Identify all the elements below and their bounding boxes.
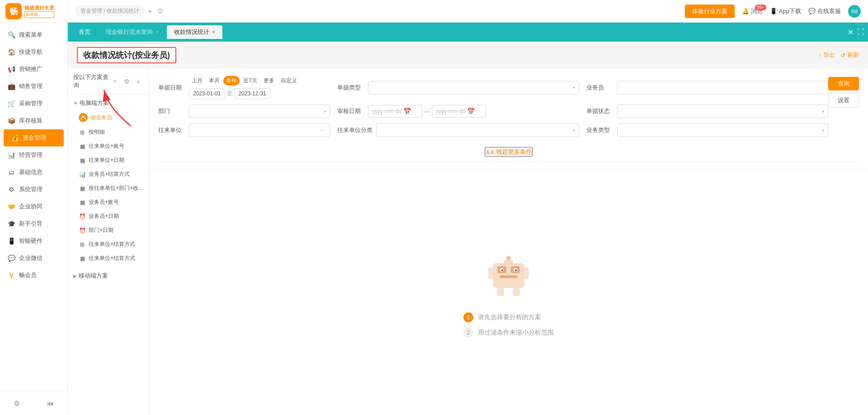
dept-filter-item: 部门 ▾ xyxy=(158,104,330,118)
menu-item-counterpart-date[interactable]: ▦ 往来单位+日期 xyxy=(68,153,149,167)
menu-item-counterpart-account[interactable]: ▦ 往来单位+账号 xyxy=(68,139,149,153)
collapse-panel-button[interactable]: « xyxy=(133,76,143,86)
menu-item-dept-date[interactable]: ⏰ 部门+日期 xyxy=(68,223,149,237)
logo-icon: 畅 xyxy=(5,3,22,19)
tab-collection[interactable]: 收款情况统计 × xyxy=(167,25,222,39)
home-icon: 🏠 xyxy=(7,48,15,56)
tab-bank-flow-close[interactable]: × xyxy=(156,29,159,35)
settings-button[interactable]: 设置 xyxy=(828,93,859,108)
sidebar-item-guide[interactable]: 🎓 新手引导 xyxy=(0,215,67,232)
desktop-section-header[interactable]: ▼ 电脑端方案 xyxy=(68,96,149,110)
export-button[interactable]: ↑ 导出 xyxy=(819,51,835,59)
export-icon: ↑ xyxy=(819,52,822,59)
sidebar-item-purchase[interactable]: 🛒 采购管理 xyxy=(0,95,67,112)
marketing-icon: 📢 xyxy=(7,65,15,73)
content-body: 按以下方案查询 ＋ ⚙ « xyxy=(68,69,868,415)
collapse-conditions-button[interactable]: ∧∧ 收起更多条件 xyxy=(485,147,533,157)
guide-icon: 🎓 xyxy=(7,220,15,228)
dept-label: 部门 xyxy=(158,107,185,115)
logo-text: 畅捷通好生意 标准版 xyxy=(24,5,54,18)
sidebar-item-basic-info[interactable]: 🗂 基础信息 xyxy=(0,164,67,181)
tab-home[interactable]: 首页 xyxy=(71,25,98,39)
empty-state: 1 请先选择要分析的方案 2 用过滤条件来缩小分析范围 xyxy=(149,170,868,415)
sidebar-item-system[interactable]: ⚙ 系统管理 xyxy=(0,181,67,198)
empty-steps: 1 请先选择要分析的方案 2 用过滤条件来缩小分析范围 xyxy=(463,312,554,338)
sidebar-item-search[interactable]: 🔍 搜索菜单 xyxy=(0,26,67,43)
sidebar-item-smart-hw[interactable]: 📱 智能硬件 xyxy=(0,232,67,250)
sidebar-item-inventory[interactable]: 📦 库存核算 xyxy=(0,112,67,129)
header-left: 资金管理 / 收款情况统计 ▾ ⚙ xyxy=(75,5,163,17)
date-tab-last-month[interactable]: 上月 xyxy=(189,76,205,85)
doc-status-filter-item: 单据状态 ▾ xyxy=(586,104,828,118)
page-header: 收款情况统计(按业务员) ↑ 导出 ↺ 刷新 xyxy=(68,42,868,69)
logo-area: 畅 畅捷通好生意 标准版 xyxy=(0,0,67,23)
tab-expand-icon[interactable]: ⛶ xyxy=(857,28,864,36)
member-icon: V xyxy=(7,271,15,279)
doc-type-select[interactable]: ▾ xyxy=(368,81,579,94)
settings-scheme-button[interactable]: ⚙ xyxy=(122,76,132,86)
menu-item-by-detail[interactable]: ⊞ 按明细 xyxy=(68,125,149,139)
date-to-input[interactable]: 2023-12-31 xyxy=(234,88,270,99)
sidebar-item-finance[interactable]: 💰 资金管理 xyxy=(4,129,64,146)
sidebar-item-operation[interactable]: 📊 经营管理 xyxy=(0,146,67,164)
date-from-input[interactable]: 2023-01-01 xyxy=(189,88,225,99)
menu-item-salesperson-account[interactable]: ▦ 业务员+账号 xyxy=(68,195,149,209)
salesperson-select[interactable]: ··· xyxy=(617,81,828,94)
sidebar-item-marketing[interactable]: 📢 营销推广 xyxy=(0,61,67,78)
notifications-item[interactable]: 🔔 消息 99+ xyxy=(742,7,763,15)
user-avatar[interactable]: Rit xyxy=(848,5,861,18)
tab-bank-flow[interactable]: 现金银行流水查询 × xyxy=(99,25,166,39)
date-tab-more[interactable]: 更多 xyxy=(261,76,277,85)
query-buttons: 查询 设置 xyxy=(828,76,859,108)
svg-point-8 xyxy=(501,269,503,271)
sidebar-item-sales[interactable]: 💼 销售管理 xyxy=(0,78,67,95)
business-type-select[interactable]: ▾ xyxy=(617,123,828,137)
add-scheme-button[interactable]: ＋ xyxy=(110,76,120,86)
smart-hw-icon: 📱 xyxy=(7,237,15,245)
sidebar-item-wechat[interactable]: 💬 企业微信 xyxy=(0,250,67,267)
sidebar-item-enterprise[interactable]: 🤝 企业协同 xyxy=(0,198,67,215)
date-tab-custom[interactable]: 自定义 xyxy=(278,76,300,85)
left-panel: 按以下方案查询 ＋ ⚙ « xyxy=(68,69,149,415)
clock-icon-2: ⏰ xyxy=(79,227,86,234)
filter-area: 单据日期 上月 本月 本年 近7天 更多 自定义 xyxy=(149,69,868,170)
tab-collection-close[interactable]: × xyxy=(212,29,215,35)
sidebar-item-quick-nav[interactable]: 🏠 快捷导航 xyxy=(0,43,67,61)
menu-item-counterpart-settlement1[interactable]: ⊞ 往来单位+结算方式 xyxy=(68,237,149,251)
svg-rect-15 xyxy=(513,288,520,296)
wechat-icon: 💬 xyxy=(7,254,15,262)
refresh-icon: ↺ xyxy=(840,52,845,59)
more-options-icon[interactable]: ··· xyxy=(820,85,824,91)
svg-point-9 xyxy=(515,269,517,271)
refresh-button[interactable]: ↺ 刷新 xyxy=(840,51,859,59)
dropdown-icon[interactable]: ▾ xyxy=(148,8,151,15)
online-service-item[interactable]: 💬 在线客服 xyxy=(808,7,841,15)
download-icon: 📱 xyxy=(770,8,777,14)
menu-item-counterpart-dept[interactable]: ▦ 按往来单位+部门+收... xyxy=(68,181,149,195)
collapse-footer-icon[interactable]: ⏮ xyxy=(43,396,57,411)
settings-icon[interactable]: ⚙ xyxy=(157,7,163,15)
counterpart-more-icon[interactable]: ··· xyxy=(320,126,326,134)
counterpart-select[interactable]: ··· xyxy=(189,123,330,137)
doc-status-select[interactable]: ▾ xyxy=(617,104,828,118)
app-download-item[interactable]: 📱 App下载 xyxy=(770,7,801,15)
audit-to-input[interactable]: yyyy-mm-dd 📅 xyxy=(432,105,486,118)
menu-item-salesperson-settlement[interactable]: 📊 业务员+结算方式 xyxy=(68,167,149,181)
trial-button[interactable]: 体验行业方案 xyxy=(685,5,735,18)
query-button[interactable]: 查询 xyxy=(828,77,859,90)
date-tab-this-year[interactable]: 本年 xyxy=(223,76,240,85)
sidebar-item-member[interactable]: V 畅会员 xyxy=(0,267,67,284)
mobile-section-header[interactable]: ▶ 移动端方案 xyxy=(68,269,149,283)
menu-item-salesperson-date[interactable]: ⏰ 业务员+日期 xyxy=(68,209,149,223)
dept-select[interactable]: ▾ xyxy=(189,104,330,118)
audit-from-input[interactable]: yyyy-mm-dd 📅 xyxy=(368,105,422,118)
date-tab-last7[interactable]: 近7天 xyxy=(241,76,260,85)
settings-footer-icon[interactable]: ⚙ xyxy=(10,396,24,411)
date-tab-this-month[interactable]: 本月 xyxy=(206,76,222,85)
counterpart-category-select[interactable]: ▾ xyxy=(376,123,579,137)
main-area: 资金管理 / 收款情况统计 ▾ ⚙ 体验行业方案 🔔 消息 99+ 📱 App下… xyxy=(68,0,868,415)
menu-item-counterpart-settlement2[interactable]: ▦ 往来单位+结算方式 xyxy=(68,251,149,265)
tabs-list: 首页 现金银行流水查询 × 收款情况统计 × xyxy=(71,25,222,39)
tab-close-all-icon[interactable]: ✕ xyxy=(848,28,854,37)
menu-item-by-salesperson[interactable]: 按业务员 xyxy=(68,110,149,125)
